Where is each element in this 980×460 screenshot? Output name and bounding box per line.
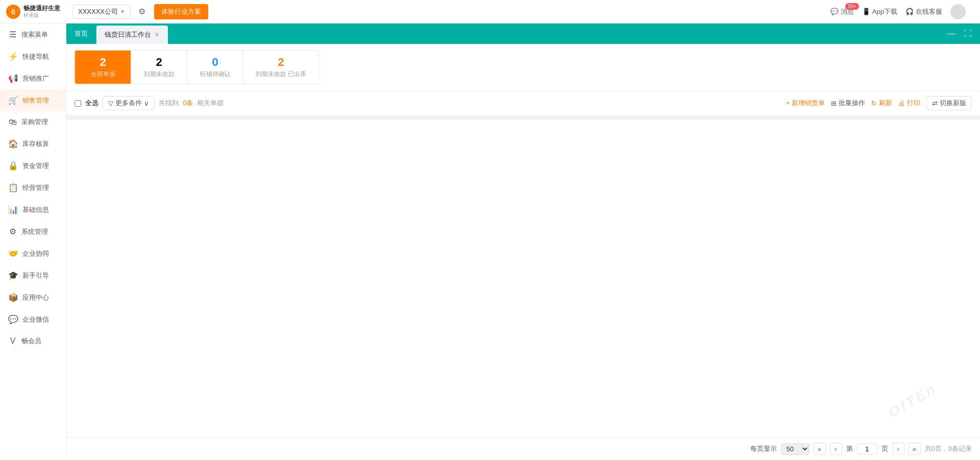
logo-subtitle: 标准版 [23,12,60,18]
sidebar-label-1: 快捷导航 [22,52,49,61]
sidebar-item-6[interactable]: 🔒资金管理 [0,155,66,177]
sidebar-item-1[interactable]: ⚡快捷导航 [0,45,66,67]
sidebar-icon-0: ☰ [8,30,17,39]
sidebar-item-12[interactable]: 📦应用中心 [0,286,66,308]
sidebar-icon-14: V [8,336,17,346]
refresh-label: 刷新 [879,99,892,108]
sidebar-label-0: 搜索菜单 [21,30,48,39]
sidebar-item-3[interactable]: 🛒销售管理 [0,89,66,111]
company-name: XXXXXX公司 [78,7,118,16]
tab-close-icon[interactable]: ✕ [154,31,159,38]
top-header: 6 畅捷通好生意 标准版 XXXXXX公司 ▼ ⚙ 体验行业方案 💬 消息 99… [0,0,980,23]
stat-label-1: 到期未收款 [143,70,175,79]
page-size-prefix: 每页显示 [750,444,777,453]
page-suffix: 页 [881,444,888,453]
batch-operation-button[interactable]: ⊞ 批量操作 [831,99,865,108]
sidebar-label-14: 畅会员 [21,336,41,346]
tab-minimize-icon[interactable]: — [945,28,958,40]
stat-label-3: 到期未收款 已出库 [256,70,306,79]
tab-maximize-icon[interactable]: ⛶ [962,28,974,40]
sidebar-icon-1: ⚡ [8,52,18,61]
sidebar-item-8[interactable]: 📊基础信息 [0,199,66,221]
print-label: 打印 [907,99,920,108]
stats-cards: 2全部单据2到期未收款0旺铺待确认2到期未收款 已出库 [75,50,319,84]
sidebar-label-4: 采购管理 [21,117,48,127]
sidebar-label-13: 企业微信 [22,315,49,324]
company-selector[interactable]: XXXXXX公司 ▼ [72,5,131,19]
page-number-input[interactable] [857,444,877,454]
sidebar-item-0[interactable]: ☰搜索菜单 [0,23,66,45]
header-right: 💬 消息 99+ 📱 App下载 🎧 在线客服 [830,4,974,19]
tab-workbench[interactable]: 钱货日清工作台 ✕ [96,26,168,44]
refresh-icon: ↻ [871,100,877,107]
switch-label: 切换新版 [940,99,966,108]
select-all-label: 全选 [85,99,99,108]
sidebar-icon-8: 📊 [8,205,18,214]
sidebar-item-7[interactable]: 📋经营管理 [0,177,66,199]
found-suffix: 相关单据 [197,99,224,108]
stat-label-2: 旺铺待确认 [200,70,231,79]
sidebar-icon-13: 💬 [8,314,18,324]
sidebar-label-9: 系统管理 [21,227,48,236]
print-icon: 🖨 [898,100,905,107]
tab-bar-actions: — ⛶ [945,28,980,40]
sidebar-icon-5: 🏠 [8,139,18,149]
sidebar-item-10[interactable]: 🤝企业协同 [0,243,66,264]
headset-icon: 🎧 [905,8,914,15]
message-badge: 99+ [845,3,859,10]
logo-area: 6 畅捷通好生意 标准版 [6,5,72,19]
sidebar-icon-3: 🛒 [8,95,18,105]
sidebar-icon-12: 📦 [8,293,18,302]
toolbar-right: + 新增销货单 ⊞ 批量操作 ↻ 刷新 🖨 打印 ⇄ [786,96,972,110]
logo-title: 畅捷通好生意 [23,5,60,12]
page-size-select[interactable]: 50 10 20 100 [781,443,810,455]
last-page-button[interactable]: » [909,443,921,455]
filter-chevron-icon: ∨ [144,100,149,107]
app-download-label: App下载 [872,7,897,16]
tab-home[interactable]: 首页 [66,23,96,44]
sidebar: ☰搜索菜单⚡快捷导航📢营销推广🛒销售管理🛍采购管理🏠库存核算🔒资金管理📋经营管理… [0,23,66,460]
sidebar-label-7: 经营管理 [22,183,49,192]
app-download-button[interactable]: 📱 App下载 [862,7,897,16]
filter-label: 更多条件 [115,99,142,108]
stat-num-1: 2 [143,56,175,69]
sidebar-icon-2: 📢 [8,74,18,83]
select-all-checkbox[interactable] [75,100,81,107]
stat-card-3[interactable]: 2到期未收款 已出库 [243,51,318,84]
sidebar-item-13[interactable]: 💬企业微信 [0,308,66,330]
table-area [66,120,980,437]
sidebar-item-9[interactable]: ⚙系统管理 [0,221,66,243]
sidebar-item-4[interactable]: 🛍采购管理 [0,111,66,133]
prev-page-button[interactable]: ‹ [830,443,842,455]
filter-icon: ▽ [108,100,113,107]
add-sale-order-button[interactable]: + 新增销货单 [786,99,825,108]
found-prefix: 共找到 [159,99,179,108]
settings-icon[interactable]: ⚙ [135,5,149,19]
sidebar-item-5[interactable]: 🏠库存核算 [0,133,66,155]
main-area: 首页 钱货日清工作台 ✕ — ⛶ 2全部单据2到期未收款0旺铺待确认2到期未收款… [66,23,980,460]
filter-button[interactable]: ▽ 更多条件 ∨ [103,96,155,110]
message-button[interactable]: 💬 消息 99+ [830,7,854,16]
sidebar-label-5: 库存核算 [22,139,49,149]
app-icon: 📱 [862,8,870,15]
sidebar-icon-11: 🎓 [8,271,18,280]
trial-button[interactable]: 体验行业方案 [154,4,208,19]
sidebar-item-14[interactable]: V畅会员 [0,330,66,352]
sidebar-item-11[interactable]: 🎓新手引导 [0,264,66,286]
refresh-button[interactable]: ↻ 刷新 [871,99,892,108]
switch-icon: ⇄ [932,100,938,107]
sidebar-label-11: 新手引导 [22,271,49,280]
content: 2全部单据2到期未收款0旺铺待确认2到期未收款 已出库 全选 ▽ 更多条件 ∨ … [66,44,980,460]
page-prefix: 第 [846,444,853,453]
print-button[interactable]: 🖨 打印 [898,99,920,108]
stat-card-1[interactable]: 2到期未收款 [131,51,187,84]
next-page-button[interactable]: › [892,443,904,455]
avatar[interactable] [950,4,966,19]
first-page-button[interactable]: « [814,443,826,455]
switch-version-button[interactable]: ⇄ 切换新版 [926,96,972,110]
stat-card-2[interactable]: 0旺铺待确认 [187,51,243,84]
online-service-button[interactable]: 🎧 在线客服 [905,7,942,16]
sidebar-item-2[interactable]: 📢营销推广 [0,67,66,89]
found-count: 0条 [183,99,193,108]
stat-card-0[interactable]: 2全部单据 [75,51,131,84]
